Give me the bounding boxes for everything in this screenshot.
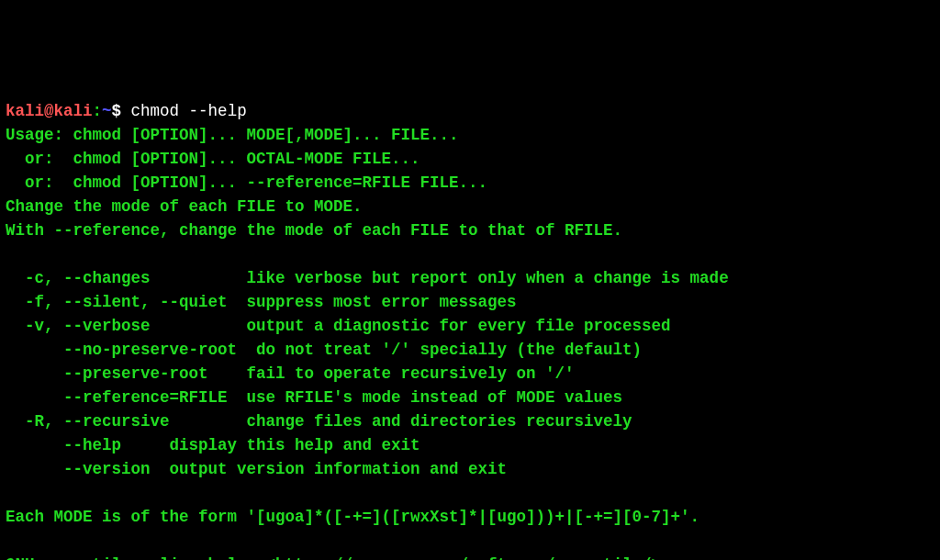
command-input: chmod --help [131, 102, 247, 120]
output-line: or: chmod [OPTION]... OCTAL-MODE FILE... [6, 150, 420, 168]
prompt-user: kali [6, 102, 44, 120]
prompt-host: kali [54, 102, 93, 120]
output-line: Usage: chmod [OPTION]... MODE[,MODE]... … [6, 126, 459, 144]
output-line: -c, --changes like verbose but report on… [6, 269, 729, 287]
prompt-colon: : [93, 102, 103, 120]
output-line: With --reference, change the mode of eac… [6, 221, 622, 240]
output-line: --help display this help and exit [6, 436, 420, 454]
output-line: --preserve-root fail to operate recursiv… [6, 364, 575, 383]
output-line: -R, --recursive change files and directo… [6, 412, 632, 431]
output-line: --no-preserve-root do not treat '/' spec… [6, 341, 642, 359]
output-line: Change the mode of each FILE to MODE. [6, 197, 363, 216]
prompt-path: ~ [102, 102, 112, 120]
prompt-at: @ [44, 102, 54, 120]
output-line: GNU coreutils online help: <https://www.… [6, 555, 661, 560]
output-line: --reference=RFILE use RFILE's mode inste… [6, 388, 622, 407]
output-line: -f, --silent, --quiet suppress most erro… [6, 293, 517, 311]
output-line: --version output version information and… [6, 460, 507, 478]
terminal[interactable]: kali@kali:~$ chmod --help Usage: chmod [… [6, 99, 934, 560]
prompt-dollar: $ [112, 102, 122, 120]
output-line: Each MODE is of the form '[ugoa]*([-+=](… [6, 508, 699, 526]
output-line: -v, --verbose output a diagnostic for ev… [6, 317, 671, 335]
output-line: or: chmod [OPTION]... --reference=RFILE … [6, 174, 487, 192]
